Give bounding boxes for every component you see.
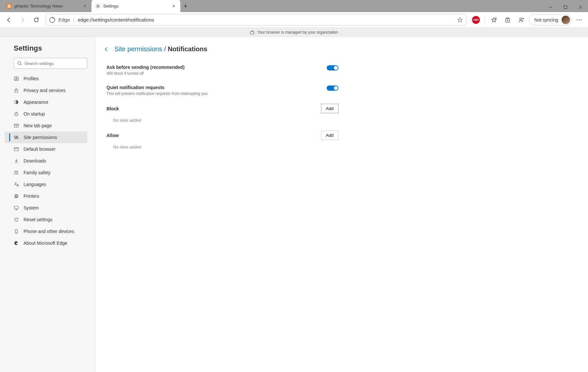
nav-downloads[interactable]: Downloads: [5, 155, 87, 167]
nav-site-permissions[interactable]: Site permissions: [5, 132, 87, 143]
refresh-button[interactable]: [30, 14, 42, 26]
nav-label: Site permissions: [24, 135, 57, 140]
nav-label: On startup: [24, 111, 45, 116]
edge-icon: [49, 17, 55, 23]
favorite-icon[interactable]: [457, 17, 463, 23]
toggle-ask-before-sending[interactable]: [327, 65, 338, 70]
phone-icon: [14, 229, 19, 234]
svg-point-30: [15, 138, 16, 139]
close-icon[interactable]: ×: [82, 4, 88, 9]
back-button[interactable]: [3, 14, 15, 26]
sync-label: Not syncing: [534, 17, 558, 23]
appearance-icon: [14, 100, 19, 105]
block-label: Block: [106, 106, 321, 111]
tab-strip: gHacks Technology News × Settings × +: [0, 0, 191, 12]
menu-button[interactable]: [573, 14, 585, 26]
nav-reset[interactable]: Reset settings: [5, 214, 87, 225]
setting-ask-before-sending: Ask before sending (recommended) Will bl…: [103, 61, 338, 82]
maximize-button[interactable]: [558, 2, 573, 12]
nav-about[interactable]: About Microsoft Edge: [5, 237, 87, 249]
close-icon[interactable]: ×: [171, 4, 176, 9]
block-empty-text: No sites added: [103, 115, 575, 129]
search-settings[interactable]: [14, 58, 87, 69]
abp-icon: ABP: [472, 16, 480, 24]
favorites-button[interactable]: [488, 14, 500, 26]
toolbar: Edge | ABP Not syncing: [0, 12, 588, 28]
section-allow: Allow Add: [103, 129, 338, 142]
nav-privacy[interactable]: Privacy and services: [5, 85, 87, 96]
nav-languages[interactable]: Languages: [5, 178, 87, 190]
nav-appearance[interactable]: Appearance: [5, 96, 87, 108]
nav-label: System: [24, 205, 39, 210]
minimize-button[interactable]: [543, 2, 558, 12]
add-block-button[interactable]: Add: [321, 104, 338, 113]
svg-point-19: [16, 78, 17, 79]
newtab-icon: [14, 123, 19, 128]
main-area: Settings Profiles Privacy and services A…: [0, 37, 588, 372]
language-icon: [14, 182, 19, 187]
avatar: [562, 16, 570, 24]
setting-title: Quiet notification requests: [106, 85, 327, 90]
nav-label: Privacy and services: [24, 88, 65, 93]
tab-ghacks[interactable]: gHacks Technology News ×: [3, 0, 91, 12]
svg-point-35: [17, 171, 18, 172]
svg-point-2: [97, 5, 99, 7]
addr-edge-label: Edge: [58, 17, 70, 23]
sync-button[interactable]: Not syncing: [529, 14, 572, 25]
nav-phone[interactable]: Phone and other devices: [5, 225, 87, 237]
nav-label: Profiles: [24, 76, 39, 81]
svg-rect-28: [14, 136, 16, 137]
printer-icon: [14, 194, 19, 199]
tab-title: Settings: [103, 4, 169, 8]
abp-extension[interactable]: ABP: [470, 14, 482, 26]
system-icon: [14, 205, 19, 210]
collections-button[interactable]: [501, 14, 514, 26]
org-banner: Your browser is managed by your organiza…: [0, 28, 588, 37]
nav-label: Family safety: [24, 170, 50, 175]
breadcrumb-back-button[interactable]: [103, 46, 109, 52]
address-bar[interactable]: Edge |: [46, 14, 466, 26]
nav-startup[interactable]: On startup: [5, 108, 87, 120]
nav-profiles[interactable]: Profiles: [5, 73, 87, 85]
nav-family[interactable]: Family safety: [5, 167, 87, 178]
allow-empty-text: No sites added: [103, 142, 575, 155]
svg-rect-4: [564, 6, 567, 9]
org-banner-text: Your browser is managed by your organiza…: [257, 30, 338, 35]
nav-system[interactable]: System: [5, 202, 87, 214]
svg-rect-15: [251, 31, 254, 34]
setting-quiet-notifications: Quiet notification requests This will pr…: [103, 82, 338, 102]
breadcrumb: Site permissions / Notifications: [114, 45, 207, 53]
nav-label: Appearance: [24, 100, 48, 105]
download-icon: [14, 158, 19, 163]
svg-rect-32: [14, 147, 18, 151]
breadcrumb-sep: /: [164, 45, 166, 53]
svg-point-12: [577, 19, 578, 20]
nav-default-browser[interactable]: Default browser: [5, 143, 87, 155]
toggle-quiet-notifications[interactable]: [327, 85, 338, 91]
url-input[interactable]: [78, 17, 454, 23]
svg-rect-20: [15, 90, 18, 92]
breadcrumb-parent[interactable]: Site permissions: [114, 45, 162, 53]
svg-point-14: [581, 19, 582, 20]
tab-settings[interactable]: Settings ×: [91, 0, 180, 12]
nav-newtab[interactable]: New tab page: [5, 120, 87, 132]
new-tab-button[interactable]: +: [180, 0, 191, 12]
profile-icon: [14, 76, 19, 81]
svg-rect-1: [8, 5, 11, 8]
profile-button[interactable]: [515, 14, 528, 26]
family-icon: [14, 170, 19, 175]
allow-label: Allow: [106, 133, 321, 138]
sidebar-title: Settings: [14, 44, 87, 53]
section-block: Block Add: [103, 102, 338, 115]
forward-button[interactable]: [16, 14, 29, 26]
svg-point-34: [15, 171, 16, 172]
svg-point-16: [18, 62, 21, 65]
add-allow-button[interactable]: Add: [321, 131, 338, 140]
title-bar: gHacks Technology News × Settings × +: [0, 0, 588, 12]
search-input[interactable]: [24, 61, 84, 66]
close-window-button[interactable]: [573, 2, 588, 12]
nav-printers[interactable]: Printers: [5, 190, 87, 202]
nav-label: Languages: [24, 182, 46, 187]
edge-logo-icon: [14, 240, 19, 246]
tab-title: gHacks Technology News: [14, 4, 80, 8]
